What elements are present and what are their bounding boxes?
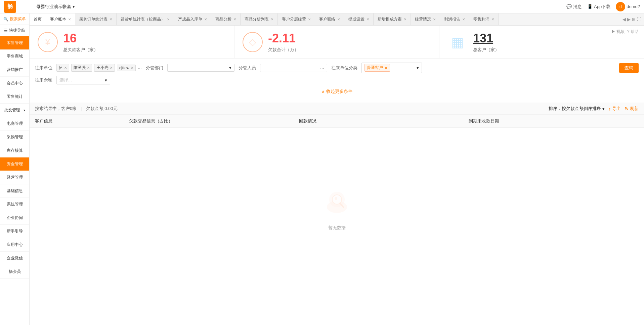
stats-row: ▶ 视频 ? 帮助 ¥ — [30, 26, 644, 59]
export-icon: ↑ — [609, 106, 611, 111]
search-count: 搜索结果中，客户0家 — [35, 106, 77, 112]
stat-label-customers: 总欠款客户（家） — [63, 47, 98, 53]
tag-close-chenminqiang[interactable]: ✕ — [87, 66, 90, 70]
tab-retail-profit[interactable]: 零售利润 ✕ — [469, 13, 499, 26]
tab-next-btn[interactable]: ▶ — [627, 17, 631, 22]
store-selector[interactable]: 母婴行业演示帐套 ▾ — [36, 4, 76, 10]
sidebar-item-new-user-guide[interactable]: 新手引导 — [0, 225, 29, 238]
search-icon: 🔍 — [3, 17, 8, 22]
video-link[interactable]: ▶ 视频 — [611, 29, 625, 35]
tab-close-product-inbound[interactable]: ✕ — [204, 17, 207, 21]
tab-inbound-stats[interactable]: 进货单统计表（按商品） ✕ — [117, 13, 174, 26]
dept-dropdown-icon: ▾ — [229, 65, 231, 70]
tab-close-customer-segment[interactable]: ✕ — [308, 17, 311, 21]
tag-close-wangxiaoliang[interactable]: ✕ — [110, 66, 113, 70]
refresh-btn[interactable]: ↻ 刷新 — [625, 106, 639, 112]
col-debt-info: 欠款交易信息（占比） — [129, 118, 299, 124]
tag-close-wu[interactable]: ✕ — [64, 66, 67, 70]
sidebar-item-enterprise-collab[interactable]: 企业协同 — [0, 211, 29, 225]
help-link[interactable]: ? 帮助 — [627, 29, 639, 35]
filter-dept-select[interactable]: ▾ — [167, 64, 234, 72]
tab-close-customer-contact[interactable]: ✕ — [337, 17, 340, 21]
tab-promotion-settings[interactable]: 提成设置 ✕ — [344, 13, 374, 26]
tab-close-add-promotion[interactable]: ✕ — [404, 17, 406, 21]
app-download-btn[interactable]: 📱 App下载 — [587, 4, 610, 10]
tab-operation-status[interactable]: 经营情况 ✕ — [411, 13, 440, 26]
tab-customer-contact[interactable]: 客户联络 ✕ — [315, 13, 344, 26]
tab-close-operation-status[interactable]: ✕ — [433, 17, 436, 21]
filter-person-select[interactable]: ··· — [260, 64, 327, 72]
col-overdue-date: 到期未收款日期 — [469, 118, 639, 124]
sidebar-item-changhui-member[interactable]: 畅会员 — [0, 265, 29, 279]
tab-expand-btn[interactable]: ⊞ — [632, 17, 636, 22]
tab-close-retail-profit[interactable]: ✕ — [491, 17, 494, 21]
tab-close-promotion-settings[interactable]: ✕ — [367, 17, 369, 21]
stat-value-debt: -2.11 — [268, 31, 299, 45]
tab-product-inbound[interactable]: 产成品入库单 ✕ — [174, 13, 211, 26]
sidebar-item-wholesale-mgmt[interactable]: 批发管理 ▾ — [0, 104, 29, 117]
sidebar-item-purchase-mgmt[interactable]: 采购管理 — [0, 131, 29, 144]
filter-balance-select[interactable]: 选择... ▾ — [56, 76, 110, 84]
sidebar-item-ecommerce-mgmt[interactable]: 电商管理 — [0, 117, 29, 131]
filter-balance-label: 往来余额 — [35, 77, 52, 83]
tab-close-customer-ledger[interactable]: ✕ — [68, 17, 71, 21]
col-customer-info: 客户信息 — [35, 118, 129, 124]
tab-product-analysis-list[interactable]: 商品分析列表 ✕ — [241, 13, 278, 26]
stat-label-debt: 欠款合计（万） — [268, 47, 299, 53]
header-right: 💬 消息 📱 App下载 d demo2 — [566, 2, 640, 11]
sidebar-quick-nav[interactable]: ☰ 快捷导航 — [0, 25, 29, 36]
sidebar-item-operation-mgmt[interactable]: 经营管理 — [0, 171, 29, 184]
tab-customer-ledger[interactable]: 客户账本 ✕ — [46, 13, 75, 26]
sidebar-item-enterprise-wechat[interactable]: 企业微信 — [0, 252, 29, 265]
filter-unit-type-select[interactable]: 普通客户 ✕ ▾ — [361, 63, 422, 73]
filter-person-label: 分管人员 — [239, 65, 256, 71]
refresh-icon: ↻ — [625, 106, 629, 111]
tag-close-cjttcw[interactable]: ✕ — [131, 66, 133, 70]
tab-close-inbound-stats[interactable]: ✕ — [167, 17, 170, 21]
sidebar-item-member-center[interactable]: 会员中心 — [0, 77, 29, 90]
filter-row-1: 往来单位 伍 ✕ 陈民强 ✕ 王小亮 — [35, 63, 639, 73]
tab-add-promotion[interactable]: 新增提成方案 ✕ — [374, 13, 411, 26]
collapse-btn[interactable]: ∧ 收起更多条件 — [321, 87, 352, 96]
tab-close-product-analysis-list[interactable]: ✕ — [271, 17, 273, 21]
tab-profit-report[interactable]: 利润报告 ✕ — [440, 13, 469, 26]
stat-card-debt: ◇ -2.11 欠款合计（万） — [234, 26, 439, 58]
stat-label-total-customers: 总客户（家） — [473, 47, 499, 53]
filter-collapse-row: ∧ 收起更多条件 — [35, 87, 639, 96]
sidebar-item-finance-mgmt[interactable]: 资金管理 — [0, 157, 29, 171]
sidebar-item-inventory-check[interactable]: 库存核算 — [0, 144, 29, 157]
store-name: 母婴行业演示帐套 — [36, 4, 71, 10]
unit-type-tag-close[interactable]: ✕ — [384, 66, 388, 70]
tab-close-profit-report[interactable]: ✕ — [462, 17, 465, 21]
tab-close-product-analysis[interactable]: ✕ — [233, 17, 236, 21]
tab-product-analysis[interactable]: 商品分析 ✕ — [211, 13, 241, 26]
page-content: ▶ 视频 ? 帮助 ¥ — [30, 26, 644, 325]
sidebar-item-retail-mgmt[interactable]: 零售管理 — [0, 36, 29, 50]
sidebar-search[interactable]: 🔍 搜索菜单 — [0, 13, 29, 25]
sidebar-item-basic-info[interactable]: 基础信息 — [0, 184, 29, 198]
sort-selector[interactable]: 排序：按欠款金额倒序排序 ▾ — [549, 106, 605, 112]
tab-close-purchase-order[interactable]: ✕ — [110, 17, 112, 21]
tab-fullscreen-btn[interactable]: ⛶ — [637, 17, 641, 22]
message-btn[interactable]: 💬 消息 — [566, 4, 582, 10]
filter-more-btn[interactable]: ··· — [138, 65, 142, 71]
query-btn[interactable]: 查询 — [619, 63, 639, 73]
filter-tag-cjttcw: cjttcw ✕ — [117, 65, 136, 71]
results-bar: 搜索结果中，客户0家 | 欠款金额 0.00元 排序：按欠款金额倒序排序 ▾ ↑… — [30, 103, 644, 115]
empty-text: 暂无数据 — [328, 225, 346, 231]
tab-prev-btn[interactable]: ◀ — [622, 17, 626, 22]
sidebar-item-marketing[interactable]: 营销推广 — [0, 63, 29, 77]
sidebar-item-retail-stats[interactable]: 零售统计 — [0, 90, 29, 104]
tab-customer-segment[interactable]: 客户分层经营 ✕ — [278, 13, 315, 26]
user-avatar-btn[interactable]: d demo2 — [616, 2, 640, 11]
sidebar-item-app-center[interactable]: 应用中心 — [0, 238, 29, 252]
tab-home[interactable]: 首页 — [30, 13, 46, 26]
export-btn[interactable]: ↑ 导出 — [609, 106, 621, 112]
tab-purchase-order[interactable]: 采购订单统计表 ✕ — [75, 13, 117, 26]
sidebar-item-system-mgmt[interactable]: 系统管理 — [0, 198, 29, 211]
table-body: 暂无数据 — [30, 128, 644, 289]
col-payment-status: 回款情况 — [299, 118, 469, 124]
stat-value-customers: 16 — [63, 31, 98, 45]
sidebar-item-retail-store[interactable]: 零售商城 — [0, 50, 29, 63]
help-links: ▶ 视频 ? 帮助 — [611, 29, 639, 35]
